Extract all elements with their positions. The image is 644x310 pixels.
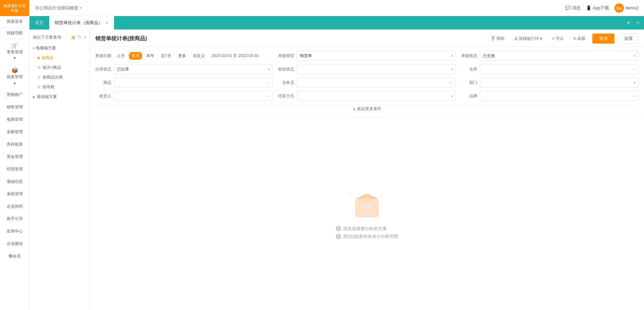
svg-marker-3 [365, 194, 369, 199]
export-btn[interactable]: ↗ 导出 [549, 35, 567, 43]
sidebar-item-guide[interactable]: 新手引导 [0, 213, 29, 225]
sidebar-search[interactable]: 搜索菜单 [0, 16, 29, 28]
warehouse-label: 仓库 [461, 66, 480, 72]
svg-point-6 [363, 206, 365, 207]
tab-expand-icon[interactable]: ⤢ [635, 19, 641, 27]
sidebar-item-wechat[interactable]: 企业微信 [0, 238, 29, 250]
sidebar-item-appcenter[interactable]: 应用中心 [0, 225, 29, 238]
active-dot [38, 57, 40, 59]
sidebar-item-ecommerce[interactable]: 电商管理 [0, 113, 29, 126]
scheme-group-pc-title[interactable]: ▾ 电脑端方案 [30, 43, 90, 53]
inventory-label: 库存核算 [7, 142, 23, 147]
scheme-add-btn[interactable]: ⊕ [71, 34, 75, 41]
date-tab-7days[interactable]: 近7天 [158, 52, 174, 60]
doc-type-value: 销货单 [300, 53, 312, 59]
empty-svg: ✦ ✦ ✦ [347, 187, 387, 221]
sidebar-item-basic[interactable]: 基础信息 [0, 175, 29, 188]
recipient-input[interactable]: ··· [114, 91, 273, 101]
scheme-collapse-btn[interactable]: « [84, 34, 86, 41]
sidebar-item-operation[interactable]: 经营管理 [0, 163, 29, 175]
collect-status-select[interactable]: ▾ [297, 64, 455, 74]
date-tab-last-month[interactable]: 上月 [114, 52, 127, 60]
user-menu[interactable]: Ea demo2 [614, 3, 639, 13]
grid-icon-2: ⊞ [38, 75, 41, 80]
print-btn[interactable]: 🖨 按模板打印 ▾ [511, 35, 545, 43]
date-tab-custom[interactable]: 自定义 [190, 52, 208, 60]
sidebar-item-wholesale[interactable]: 📦 批发管理 ▴ [0, 64, 29, 89]
tip-text-1: 请先选择要分析的方案 [343, 225, 387, 232]
filter-row-2: 出库状态 已出库 ▾ 收款状态 ▾ [95, 64, 639, 74]
breadcrumb: 办公用品行业模拟账套 ▾ [35, 5, 561, 11]
scheme-refresh-btn[interactable]: ↻ [77, 34, 82, 41]
date-range-text: 2023-03-01 至 2023-03-31 [212, 53, 259, 59]
tab-close-icon[interactable]: ✕ [105, 21, 108, 25]
collect-status-label: 收款状态 [278, 66, 297, 72]
scheme-item-by-category[interactable]: ⊞ 按商品分类 [30, 72, 90, 82]
brand-input[interactable]: ··· [480, 91, 639, 101]
app-download-btn[interactable]: 📱 App下载 [586, 5, 609, 11]
scheme-group-mobile: ▶ 移动端方案 [30, 92, 90, 102]
doc-status-select[interactable]: 已生效 ▾ [480, 51, 639, 61]
scheme-item-by-cashier[interactable]: ⊞ 按司机 [30, 82, 90, 92]
sales-label: 销售管理 [7, 104, 23, 110]
mobile-group-arrow: ▶ [33, 95, 36, 99]
filter-row-1: 单据日期 上月 本月 本年 近7天 更多 自定义 2023-03-01 至 20… [95, 51, 639, 61]
collapse-row[interactable]: ∧ 收起更多条件 [95, 104, 639, 113]
staff-input[interactable]: ··· [297, 78, 455, 88]
out-status-select[interactable]: 已出库 ▾ [114, 64, 273, 74]
sidebar-item-sales[interactable]: 销售管理 [0, 101, 29, 113]
by-category-label: 按商品分类 [43, 74, 63, 80]
print-label: 按模板打印 [519, 36, 539, 42]
sidebar-item-system[interactable]: 系统管理 [0, 188, 29, 200]
dept-select[interactable]: ▾ [480, 78, 639, 88]
page-actions: ❓ 帮助 🖨 按模板打印 ▾ ↗ 导出 ↻ 刷新 [488, 34, 639, 44]
warehouse-input[interactable]: ··· [480, 64, 639, 74]
app-download-icon: 📱 [586, 5, 591, 10]
settle-label: 结算方式 [278, 93, 297, 99]
sidebar-item-marketing[interactable]: 营销推广 [0, 89, 29, 101]
sidebar-item-inventory[interactable]: 库存核算 [0, 138, 29, 151]
settle-select[interactable]: ▾ [297, 91, 455, 101]
mobile-group-label: 移动端方案 [37, 94, 57, 100]
scheme-panel-title: 按以下方案查询 [33, 35, 61, 40]
doc-status-value: 已生效 [483, 53, 495, 59]
sidebar-item-retail[interactable]: 🛒 零售管理 ▾ [0, 39, 29, 64]
sidebar-item-finance[interactable]: 资金管理 [0, 151, 29, 163]
tip-item-1: 1 请先选择要分析的方案 [336, 225, 398, 232]
retail-icon: 🛒 [11, 42, 18, 49]
by-cashier-label: 按司机 [43, 84, 55, 90]
date-tab-this-month[interactable]: 本月 [129, 52, 142, 60]
scheme-group-mobile-title[interactable]: ▶ 移动端方案 [30, 92, 90, 102]
tab-close-window-icon[interactable]: ✕ [625, 19, 632, 27]
sidebar-item-enterprise[interactable]: 企业协同 [0, 200, 29, 213]
brand-field: 品牌 ··· [461, 91, 639, 101]
date-tab-this-year[interactable]: 本年 [144, 52, 157, 60]
product-input[interactable]: ··· [114, 78, 273, 88]
date-tab-more[interactable]: 更多 [175, 52, 189, 60]
filter-row-3: 商品 ··· 业务员 ··· [95, 78, 639, 88]
help-btn[interactable]: ❓ 帮助 [488, 35, 507, 43]
scheme-item-by-product[interactable]: 按商品 [30, 53, 90, 63]
refresh-btn[interactable]: ↻ 刷新 [571, 35, 588, 43]
print-icon: 🖨 [514, 36, 518, 41]
message-btn[interactable]: 💬 消息 [565, 5, 581, 11]
doc-type-select[interactable]: 销货单 ▾ [297, 51, 455, 61]
sidebar-quick-nav[interactable]: 快捷导航 [0, 28, 29, 39]
top-header: 办公用品行业模拟账套 ▾ 💬 消息 📱 App下载 Ea demo2 [30, 0, 644, 16]
export-label: 导出 [556, 36, 564, 42]
svg-text:✦: ✦ [352, 209, 354, 211]
wholesale-label: 批发管理 [7, 74, 23, 80]
svg-marker-1 [355, 194, 365, 199]
message-icon: 💬 [565, 5, 571, 10]
scheme-item-by-month-product[interactable]: ⊞ 按月+商品 [30, 63, 90, 72]
tab-home[interactable]: 首页 [30, 16, 49, 30]
sidebar-item-purchase[interactable]: 采购管理 [0, 126, 29, 138]
collapse-label: 收起更多条件 [357, 106, 381, 112]
breadcrumb-dropdown-icon[interactable]: ▾ [80, 6, 82, 10]
setting-button[interactable]: 设置 [619, 34, 639, 44]
product-ellipsis-icon: ··· [266, 80, 270, 85]
query-button[interactable]: 查询 [592, 34, 614, 44]
sidebar-item-member[interactable]: 畅会员 [0, 250, 29, 262]
recipient-field: 收货人 ··· [95, 91, 273, 101]
tab-sales-stat[interactable]: 销货单统计表（按商品） ✕ [49, 16, 114, 30]
